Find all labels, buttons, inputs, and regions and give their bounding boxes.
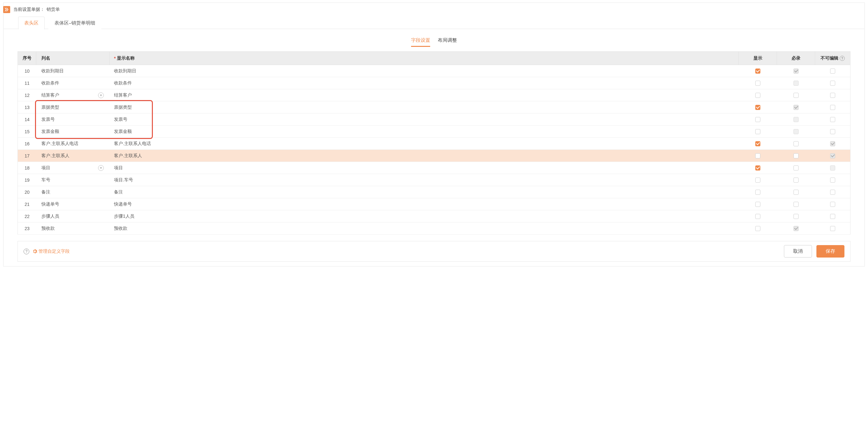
- cell-display-name[interactable]: 收款条件: [110, 77, 739, 89]
- noedit-checkbox[interactable]: [830, 81, 835, 86]
- cell-display-name[interactable]: 客户.主联系人: [110, 150, 739, 162]
- cell-display-name[interactable]: 备注: [110, 186, 739, 198]
- cell-seq: 20: [18, 186, 36, 198]
- cell-name: 车号: [36, 174, 110, 186]
- show-checkbox[interactable]: [755, 93, 761, 98]
- show-checkbox[interactable]: [755, 129, 761, 134]
- required-checkbox[interactable]: [794, 141, 799, 146]
- show-checkbox[interactable]: [755, 190, 761, 195]
- table-row[interactable]: 22步骤人员步骤1人员: [18, 210, 850, 223]
- cell-display-name[interactable]: 发票金额: [110, 125, 739, 137]
- cell-seq: 23: [18, 223, 36, 234]
- page-wrapper: 当前设置单据： 销货单 表头区 表体区–销货单明细 字段设置 布局调整 序号 列…: [3, 3, 865, 266]
- manage-custom-fields-link[interactable]: 管理自定义字段: [32, 249, 70, 254]
- table-row[interactable]: 23预收款预收款: [18, 223, 850, 235]
- table-row[interactable]: 15发票金额发票金额: [18, 125, 850, 138]
- show-checkbox[interactable]: [755, 214, 761, 219]
- table-row[interactable]: 12结算客户+结算客户: [18, 89, 850, 102]
- cell-show: [739, 113, 777, 125]
- show-checkbox[interactable]: [755, 68, 761, 74]
- cancel-button[interactable]: 取消: [784, 245, 812, 258]
- required-checkbox[interactable]: [794, 177, 799, 182]
- required-checkbox: [794, 226, 799, 231]
- show-checkbox[interactable]: [755, 226, 761, 231]
- cell-show: [739, 162, 777, 174]
- cell-display-name[interactable]: 项目: [110, 162, 739, 174]
- noedit-checkbox: [830, 141, 835, 146]
- show-checkbox[interactable]: [755, 81, 761, 86]
- cell-display-name[interactable]: 票据类型: [110, 102, 739, 113]
- cell-show: [739, 77, 777, 89]
- noedit-checkbox[interactable]: [830, 190, 835, 195]
- subtab-layout-adjust[interactable]: 布局调整: [438, 35, 457, 47]
- table-row[interactable]: 20备注备注: [18, 186, 850, 198]
- cell-name-label: 客户.主联系人电话: [41, 141, 78, 147]
- table-row[interactable]: 18项目+项目: [18, 162, 850, 174]
- cell-name-label: 客户.主联系人: [41, 153, 69, 159]
- required-checkbox[interactable]: [794, 190, 799, 195]
- required-checkbox[interactable]: [794, 165, 799, 171]
- show-checkbox[interactable]: [755, 105, 761, 110]
- save-button[interactable]: 保存: [816, 245, 844, 258]
- table-row[interactable]: 10收款到期日收款到期日: [18, 65, 850, 77]
- subtab-field-settings[interactable]: 字段设置: [411, 35, 430, 47]
- noedit-checkbox[interactable]: [830, 105, 835, 110]
- th-display: * 显示名称: [110, 52, 739, 65]
- show-checkbox[interactable]: [755, 153, 761, 159]
- cell-display-name[interactable]: 发票号: [110, 113, 739, 125]
- cell-name-label: 票据类型: [41, 105, 59, 110]
- cell-display-name[interactable]: 步骤1人员: [110, 210, 739, 222]
- table-row[interactable]: 17客户.主联系人客户.主联系人: [18, 150, 850, 162]
- th-noedit: 不可编辑 ?: [815, 52, 850, 65]
- noedit-checkbox[interactable]: [830, 117, 835, 122]
- cell-display-name[interactable]: 收款到期日: [110, 65, 739, 77]
- required-checkbox[interactable]: [794, 153, 799, 159]
- cell-name-label: 项目: [41, 165, 50, 171]
- tab-body-area[interactable]: 表体区–销货单明细: [49, 17, 101, 29]
- noedit-checkbox[interactable]: [830, 214, 835, 219]
- required-checkbox[interactable]: [794, 93, 799, 98]
- show-checkbox[interactable]: [755, 141, 761, 146]
- show-checkbox[interactable]: [755, 202, 761, 207]
- noedit-checkbox[interactable]: [830, 202, 835, 207]
- required-checkbox[interactable]: [794, 202, 799, 207]
- cell-required: [777, 223, 815, 234]
- show-checkbox[interactable]: [755, 177, 761, 182]
- cell-name: 收款条件: [36, 77, 110, 89]
- table-row[interactable]: 14发票号发票号: [18, 113, 850, 125]
- plus-icon[interactable]: +: [98, 92, 104, 98]
- noedit-checkbox[interactable]: [830, 177, 835, 182]
- cell-show: [739, 210, 777, 222]
- noedit-checkbox[interactable]: [830, 226, 835, 231]
- required-checkbox: [794, 117, 799, 122]
- tab-header-area[interactable]: 表头区: [18, 17, 44, 29]
- cell-noedit: [815, 198, 850, 210]
- cell-required: [777, 113, 815, 125]
- cell-noedit: [815, 77, 850, 89]
- required-checkbox[interactable]: [794, 214, 799, 219]
- show-checkbox[interactable]: [755, 165, 761, 171]
- show-checkbox[interactable]: [755, 117, 761, 122]
- table-row[interactable]: 21快递单号快递单号: [18, 198, 850, 210]
- cell-display-name[interactable]: 预收款: [110, 223, 739, 234]
- table-row[interactable]: 13票据类型票据类型: [18, 102, 850, 113]
- cell-required: [777, 138, 815, 149]
- help-circle-icon[interactable]: ?: [24, 249, 29, 254]
- cell-display-name[interactable]: 客户.主联系人电话: [110, 138, 739, 149]
- collapse-toggle-icon[interactable]: [3, 6, 10, 13]
- cell-display-name[interactable]: 结算客户: [110, 89, 739, 101]
- cell-show: [739, 198, 777, 210]
- table-row[interactable]: 16客户.主联系人电话客户.主联系人电话: [18, 138, 850, 150]
- help-icon[interactable]: ?: [840, 56, 845, 61]
- noedit-checkbox[interactable]: [830, 68, 835, 74]
- table-row[interactable]: 19车号项目.车号: [18, 174, 850, 186]
- noedit-checkbox[interactable]: [830, 129, 835, 134]
- noedit-checkbox[interactable]: [830, 93, 835, 98]
- cell-display-name[interactable]: 快递单号: [110, 198, 739, 210]
- cell-display-name[interactable]: 项目.车号: [110, 174, 739, 186]
- cell-noedit: [815, 138, 850, 149]
- table-row[interactable]: 11收款条件收款条件: [18, 77, 850, 89]
- cell-name: 备注: [36, 186, 110, 198]
- footer-left: ? 管理自定义字段: [24, 249, 70, 254]
- plus-icon[interactable]: +: [98, 165, 104, 171]
